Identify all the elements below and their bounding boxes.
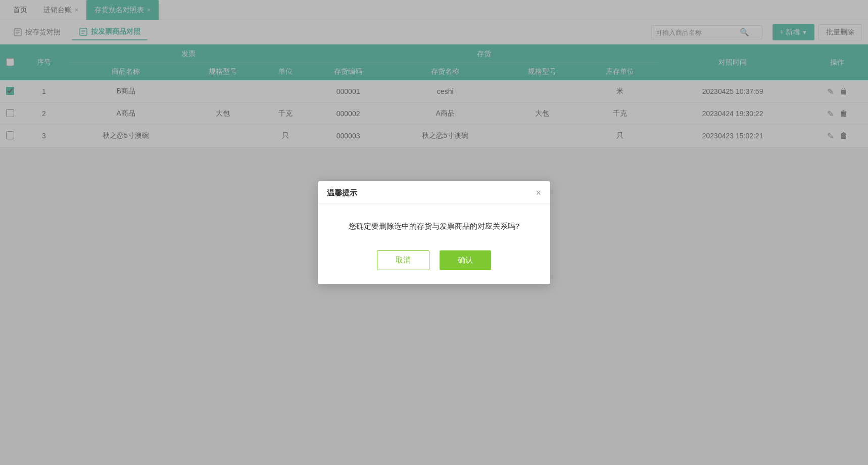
modal-overlay: 温馨提示 × 您确定要删除选中的存货与发票商品的对应关系吗? 取消 确认 [0, 0, 868, 147]
